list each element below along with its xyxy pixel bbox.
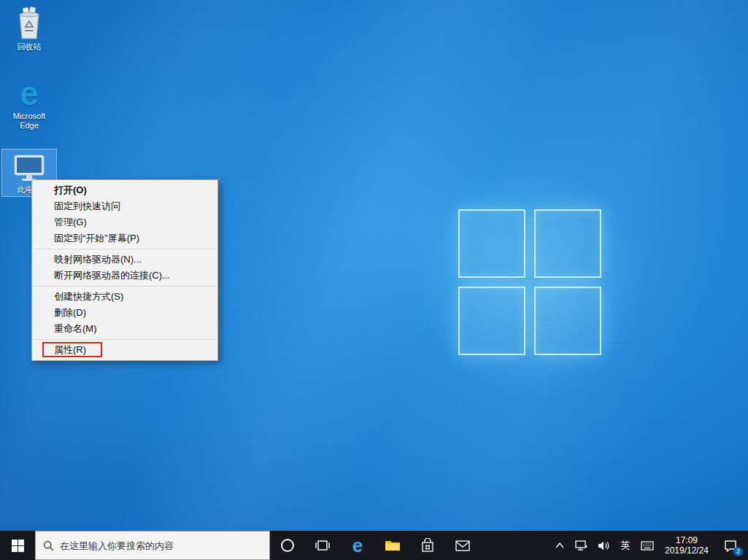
desktop-icon-label: 回收站 — [18, 42, 42, 52]
edge-icon: e — [20, 76, 39, 109]
taskbar-spacer — [480, 531, 551, 560]
windows-logo-pane — [458, 209, 525, 278]
windows-start-icon — [12, 540, 24, 552]
cortana-icon — [281, 539, 294, 552]
edge-icon: e — [352, 536, 363, 555]
recycle-bin-icon — [14, 7, 45, 40]
file-explorer-button[interactable] — [375, 531, 410, 560]
mail-icon — [455, 540, 470, 551]
context-menu-item-rename[interactable]: 重命名(M) — [32, 321, 217, 337]
file-explorer-icon — [385, 539, 401, 552]
clock-time: 17:09 — [676, 535, 698, 545]
cortana-button[interactable] — [270, 531, 305, 560]
desktop-icon-label: Microsoft Edge — [3, 112, 55, 131]
menu-separator — [34, 249, 216, 249]
touch-keyboard-icon — [641, 541, 654, 551]
ime-indicator[interactable]: 英 — [617, 531, 634, 560]
context-menu-item-open[interactable]: 打开(O) — [32, 182, 217, 198]
taskbar: e — [0, 531, 748, 560]
context-menu-item-disconnect-network-drive[interactable]: 断开网络驱动器的连接(C)... — [32, 268, 217, 284]
context-menu-item-manage[interactable]: 管理(G) — [32, 214, 217, 230]
chevron-up-icon — [555, 542, 564, 548]
this-pc-icon — [13, 152, 45, 183]
volume-tray-button[interactable] — [595, 531, 612, 560]
wallpaper-windows-logo — [458, 209, 601, 355]
context-menu-item-pin-to-start[interactable]: 固定到“开始”屏幕(P) — [32, 230, 217, 246]
context-menu-item-map-network-drive[interactable]: 映射网络驱动器(N)... — [32, 252, 217, 268]
desktop-icon-edge[interactable]: e Microsoft Edge — [1, 73, 57, 133]
task-view-button[interactable] — [305, 531, 340, 560]
search-icon — [43, 540, 54, 551]
edge-taskbar-button[interactable]: e — [340, 531, 375, 560]
taskbar-search-box[interactable] — [35, 531, 270, 560]
menu-separator — [34, 286, 216, 287]
touch-keyboard-button[interactable] — [639, 531, 656, 560]
windows-logo-pane — [458, 287, 525, 355]
system-tray: 英 17:09 2019/12/24 2 — [551, 531, 748, 560]
desktop-wallpaper: 回收站 e Microsoft Edge 此电脑 打开(O) 固定到快速访问 管… — [0, 0, 748, 531]
context-menu-item-properties-label: 属性(R) — [54, 344, 86, 355]
action-center-button[interactable]: 2 — [717, 531, 744, 560]
notification-badge: 2 — [733, 547, 743, 556]
clock-date: 2019/12/24 — [665, 545, 709, 556]
microsoft-store-button[interactable] — [410, 531, 445, 560]
taskbar-clock[interactable]: 17:09 2019/12/24 — [660, 531, 713, 560]
task-view-icon — [315, 539, 330, 552]
show-hidden-icons-button[interactable] — [551, 531, 568, 560]
microsoft-store-icon — [420, 538, 435, 553]
speaker-icon — [598, 540, 610, 551]
context-menu-item-properties[interactable]: 属性(R) — [32, 342, 217, 358]
windows-logo-pane — [534, 287, 601, 355]
network-tray-button[interactable] — [573, 531, 590, 560]
context-menu-item-delete[interactable]: 删除(D) — [32, 305, 217, 321]
windows-logo-pane — [534, 209, 601, 278]
search-input[interactable] — [60, 540, 262, 551]
mail-button[interactable] — [445, 531, 480, 560]
context-menu: 打开(O) 固定到快速访问 管理(G) 固定到“开始”屏幕(P) 映射网络驱动器… — [31, 179, 218, 361]
menu-separator — [34, 339, 216, 340]
desktop-icon-recycle-bin[interactable]: 回收站 — [1, 4, 57, 55]
network-icon — [575, 540, 588, 551]
context-menu-item-pin-quick-access[interactable]: 固定到快速访问 — [32, 198, 217, 214]
context-menu-item-create-shortcut[interactable]: 创建快捷方式(S) — [32, 289, 217, 305]
start-button[interactable] — [0, 531, 35, 560]
